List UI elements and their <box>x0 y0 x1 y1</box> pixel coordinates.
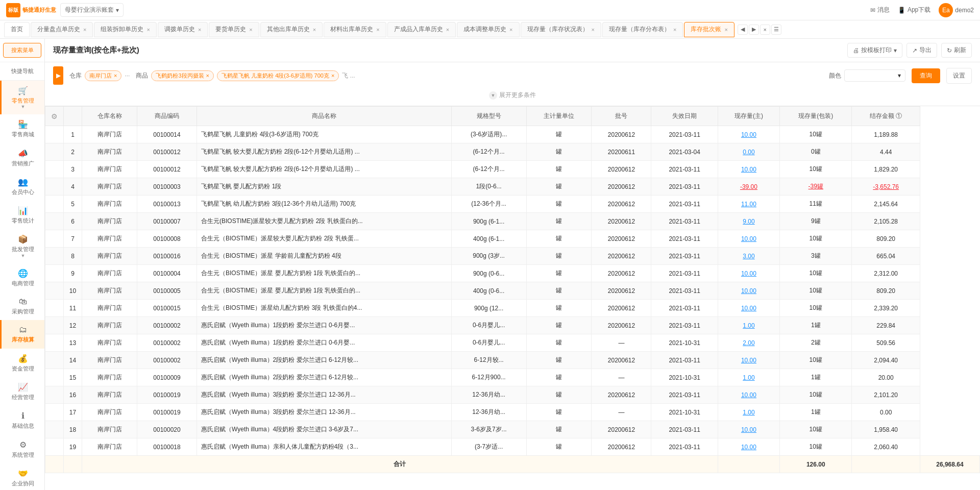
close-icon[interactable]: × <box>249 27 252 33</box>
sidebar-item-marketing[interactable]: 📣 营销推广 <box>0 143 44 172</box>
tab-zuzhuang[interactable]: 组装拆卸单历史 × <box>94 22 156 37</box>
tab-label: 成本调整单历史 <box>463 25 506 34</box>
sidebar-item-finance[interactable]: 💰 资金管理 <box>0 349 44 377</box>
cell-stock-main[interactable]: 1.00 <box>718 317 779 334</box>
set-button[interactable]: 设置 <box>946 68 972 84</box>
workspace-selector[interactable]: 母婴行业演示账套 ▾ <box>60 3 124 17</box>
basic-info-icon: ℹ <box>4 411 42 421</box>
sidebar-item-sys-mgmt[interactable]: ⚙ 系统管理 <box>0 435 44 463</box>
warehouse-filter-more[interactable]: ··· <box>125 72 130 79</box>
query-button[interactable]: 查询 <box>912 68 940 83</box>
color-select[interactable]: ▾ <box>844 69 905 82</box>
close-icon[interactable]: × <box>724 27 727 33</box>
quick-nav-button[interactable]: 快捷导航 <box>0 64 44 78</box>
cell-expire: 2021-03-11 <box>651 352 718 369</box>
cell-code: 00100013 <box>137 195 197 213</box>
close-icon[interactable]: × <box>376 27 379 33</box>
warehouse-filter-tag[interactable]: 南岸门店 × <box>85 70 121 81</box>
cell-spec: 900g (6-1... <box>451 213 526 230</box>
tab-xiancunfenbu[interactable]: 现存量（库存分布表） × <box>602 22 683 37</box>
filter-arrow-button[interactable]: ▶ <box>53 66 63 85</box>
product-filter-tag-1[interactable]: 飞鹤奶粉3段丙摄装 × <box>151 70 214 81</box>
sidebar-item-basic-info[interactable]: ℹ 基础信息 <box>0 406 44 434</box>
cell-stock-main[interactable]: 9.00 <box>718 213 779 230</box>
close-icon[interactable]: × <box>673 27 676 33</box>
search-menu-button[interactable]: 搜索菜单 <box>3 43 41 58</box>
cell-stock-main[interactable]: 10.00 <box>718 300 779 317</box>
cell-stock-main[interactable]: -39.00 <box>718 178 779 195</box>
close-icon[interactable]: × <box>313 27 316 33</box>
cell-stock-main[interactable]: 11.00 <box>718 195 779 213</box>
close-icon[interactable]: × <box>146 27 150 33</box>
tag-close-icon[interactable]: × <box>331 72 334 79</box>
tag-close-icon[interactable]: × <box>114 72 117 79</box>
product-filter-tag-2[interactable]: 飞鹤星飞帆 儿童奶粉 4段(3-6岁适用) 700克 × <box>217 70 339 81</box>
cell-stock-main[interactable]: 1.00 <box>718 369 779 386</box>
message-action[interactable]: ✉ 消息 <box>870 6 890 14</box>
cell-expire: 2021-03-11 <box>651 178 718 195</box>
cell-stock-main[interactable]: 10.00 <box>718 161 779 178</box>
more-tab-arrow[interactable]: ☰ <box>771 24 781 35</box>
sidebar-item-operations[interactable]: 📈 经营管理 <box>0 377 44 406</box>
tab-chengben[interactable]: 成本调整单历史 × <box>457 22 519 37</box>
close-tab-arrow[interactable]: × <box>760 24 770 35</box>
tab-home[interactable]: 首页 <box>4 22 30 37</box>
close-icon[interactable]: × <box>83 27 86 33</box>
cell-stock-main[interactable]: 3.00 <box>718 248 779 265</box>
export-button[interactable]: ↗ 导出 <box>906 43 937 58</box>
cell-stock-main[interactable]: 10.00 <box>718 230 779 248</box>
col-settings[interactable]: ⚙ <box>45 107 64 126</box>
sidebar-item-wholesale[interactable]: 📦 批发管理 ▼ <box>0 229 44 263</box>
cell-name: 飞鹤星飞帆 婴儿配方奶粉 1段 <box>197 178 452 195</box>
sidebar-item-inventory[interactable]: 🗂 库存核算 <box>0 320 44 348</box>
expand-more-row[interactable]: ▼ 展开更多条件 <box>53 89 972 102</box>
cell-stock-main[interactable]: 10.00 <box>718 386 779 404</box>
tab-fenliang[interactable]: 分量盘点单历史 × <box>31 22 93 37</box>
sidebar-item-label: 零售商城 <box>4 131 42 138</box>
close-icon[interactable]: × <box>198 27 201 33</box>
tab-chengpin[interactable]: 产成品入库单历史 × <box>387 22 456 37</box>
refresh-button[interactable]: ↻ 刷新 <box>941 43 972 58</box>
cell-stock-main[interactable]: 10.00 <box>718 265 779 282</box>
cell-stock-main[interactable]: 10.00 <box>718 421 779 438</box>
cell-stock-main[interactable]: 10.00 <box>718 126 779 143</box>
print-button[interactable]: 🖨 按模板打印 ▾ <box>847 43 902 58</box>
sidebar-item-ecommerce[interactable]: 🌐 电商管理 <box>0 263 44 292</box>
sidebar-item-retail-stats[interactable]: 📊 零售统计 <box>0 201 44 229</box>
sidebar-item-purchase[interactable]: 🛍 采购管理 <box>0 292 44 320</box>
sidebar-item-member[interactable]: 👥 会员中心 <box>0 172 44 201</box>
cell-stock-main[interactable]: 10.00 <box>718 438 779 456</box>
tab-xiancunzhuangkuang[interactable]: 现存量（库存状况表） × <box>521 22 601 37</box>
tab-yaohuo[interactable]: 要货单历史 × <box>209 22 259 37</box>
cell-warehouse: 南岸门店 <box>82 213 137 230</box>
cell-icon <box>45 421 64 438</box>
tag-close-icon[interactable]: × <box>206 72 209 79</box>
cell-balance: 809.20 <box>852 282 920 300</box>
cell-stock-main[interactable]: 10.00 <box>718 282 779 300</box>
close-icon[interactable]: × <box>592 27 595 33</box>
total-empty2 <box>852 456 920 473</box>
sidebar-item-retail-mall[interactable]: 🏪 零售商城 <box>0 114 44 143</box>
app-download-action[interactable]: 📱 App下载 <box>898 6 930 14</box>
next-tab-arrow[interactable]: ▶ <box>749 24 759 35</box>
cell-stock-main[interactable]: 2.00 <box>718 334 779 352</box>
color-filter-label: 颜色 <box>829 71 841 80</box>
tab-qitachuku[interactable]: 其他出库单历史 × <box>260 22 323 37</box>
close-icon[interactable]: × <box>509 27 512 33</box>
tab-diaobo[interactable]: 调拨单历史 × <box>158 22 208 37</box>
sidebar-item-retail-mgmt[interactable]: 🛒 零售管理 ▼ <box>0 81 44 114</box>
settings-icon[interactable]: ⚙ <box>51 112 58 120</box>
close-icon[interactable]: × <box>446 27 449 33</box>
cell-stock-main[interactable]: 10.00 <box>718 352 779 369</box>
total-index-cell <box>64 456 82 473</box>
product-filter-more[interactable]: 飞 ... <box>342 71 355 80</box>
cell-stock-main[interactable]: 1.00 <box>718 404 779 421</box>
finance-icon: 💰 <box>4 354 42 363</box>
sidebar-item-enterprise-collab[interactable]: 🤝 企业协同 <box>0 463 44 490</box>
cell-code: 00100019 <box>137 404 197 421</box>
tab-kucunpici[interactable]: 库存批次账 × <box>684 22 734 37</box>
prev-tab-arrow[interactable]: ◀ <box>738 24 748 35</box>
tab-cailiaochuku[interactable]: 材料出库单历史 × <box>324 22 386 37</box>
user-profile[interactable]: Ea demo2 <box>939 3 974 17</box>
cell-stock-main[interactable]: 0.00 <box>718 143 779 161</box>
